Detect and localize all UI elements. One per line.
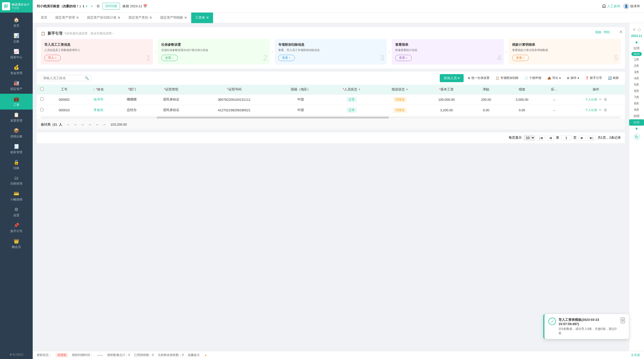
sidebar-item-close[interactable]: 🔒 结账 [0, 157, 33, 173]
tab-depreciation-close[interactable]: ✕ [117, 16, 120, 20]
tax-report-btn[interactable]: 📄 个税申报 [522, 75, 543, 81]
tab-detail[interactable]: 固定资产明细账 ✕ [156, 13, 191, 23]
row1-edit-icon[interactable]: ✏ [599, 97, 602, 101]
sidebar-item-fixed-asset[interactable]: 🏭 固定资产 [0, 78, 33, 94]
row1-delete-icon[interactable]: 🗑 [604, 97, 607, 101]
sort-name-icon[interactable]: ↕ [93, 87, 95, 91]
select-all-checkbox[interactable] [40, 87, 44, 91]
social-insurance-btn[interactable]: ⚙ 统一社保设置 [466, 75, 492, 81]
toast-close-btn[interactable]: ✕ [621, 318, 625, 323]
tab-payroll-close[interactable]: ✕ [206, 16, 209, 20]
sidebar-item-tax[interactable]: 🧾 税务管理 [0, 141, 33, 157]
cal-month-10[interactable]: 10月 [629, 113, 644, 119]
next-page-btn[interactable]: ▶ [579, 135, 586, 141]
row2-edit-icon[interactable]: ✏ [599, 108, 602, 112]
last-page-btn[interactable]: ▶| [588, 135, 595, 141]
refresh-btn[interactable]: 🔄 刷新 [606, 75, 621, 81]
cal-month-11[interactable]: 11月 [629, 119, 644, 126]
page-input[interactable] [561, 135, 571, 140]
tab-detail-close[interactable]: ✕ [184, 16, 187, 20]
panel-expand-btn[interactable]: ⬡ [637, 27, 641, 32]
report-filter-icon[interactable]: ▼ [406, 88, 408, 91]
cal-month-3[interactable]: 3月 [629, 69, 644, 75]
sidebar-item-home[interactable]: 🏠 首页 [0, 15, 33, 30]
sidebar-item-settings[interactable]: ⚙ 设置 [0, 204, 33, 220]
add-account-icon[interactable]: ＋ [90, 4, 94, 9]
go-auth-btn[interactable]: 去充值 [631, 353, 640, 357]
sidebar-item-capital[interactable]: 💰 资金管理 [0, 62, 33, 78]
cal-month-2[interactable]: 2月 [629, 63, 644, 69]
sidebar-item-payroll[interactable]: 💼 工资 [0, 94, 33, 110]
onboarding-step-2-btn[interactable]: 设置＞ [161, 55, 178, 61]
tab-fixed-asset-close[interactable]: ✕ [76, 16, 79, 20]
onboarding-step-1-btn[interactable]: 导入＞ [44, 55, 61, 61]
payroll-icon: 💼 [14, 96, 19, 102]
tab-fixed-asset[interactable]: 固定资产管理 ✕ [51, 13, 83, 23]
onboarding-help-btn[interactable]: 帮助 [604, 30, 610, 34]
toast-title: 导入工资表模板(2023-03-23 15:07:59.897) [558, 318, 618, 326]
tab-category-close[interactable]: ✕ [149, 16, 152, 20]
tab-home[interactable]: 首页 [37, 13, 51, 23]
cal-month-8[interactable]: 8月 [629, 100, 644, 107]
sidebar-item-ledger[interactable]: 📊 总账 [0, 30, 33, 46]
pin-toggle[interactable]: ◀ 取消固定 [0, 350, 33, 359]
sidebar-item-archive[interactable]: 🗂 归档管理 [0, 173, 33, 188]
operation-btn[interactable]: ⚙ 操作 ▾ [565, 75, 581, 81]
scrollbar-thumb[interactable] [157, 117, 389, 119]
table-header-checkbox[interactable] [37, 85, 47, 94]
panel-close-btn[interactable]: ✕ [632, 27, 636, 32]
add-person-btn[interactable]: 添加人员 ▾ [440, 74, 464, 82]
prev-page-btn[interactable]: ◀ [547, 135, 554, 141]
special-deduction-btn[interactable]: 📋 专项附加扣除 [494, 75, 520, 81]
table-scrollbar[interactable] [41, 117, 621, 119]
row2-action-label[interactable]: 个人社保 [585, 108, 597, 112]
onboarding-step-4-btn[interactable]: 查看＞ [395, 55, 412, 61]
user-info[interactable]: 👤 徐泽华 [623, 3, 640, 9]
first-page-btn[interactable]: |◀ [537, 135, 545, 141]
consultant-btn[interactable]: 🎧 人工咨询 [602, 4, 620, 9]
row1-checkbox-cell[interactable] [37, 94, 47, 105]
cal-month-4[interactable]: 4月 [629, 75, 644, 82]
sidebar-item-guide[interactable]: 📌 新手引导 [0, 220, 33, 236]
tab-category[interactable]: 固定资产类别 ✕ [125, 13, 156, 23]
status-filter-icon[interactable]: ▼ [358, 88, 361, 91]
onboarding-close-btn[interactable]: ✕ [619, 29, 623, 35]
cal-month-1[interactable]: 1月 [629, 57, 644, 63]
row2-checkbox-cell[interactable] [37, 105, 47, 115]
row2-delete-icon[interactable]: 🗑 [604, 108, 607, 112]
new-guide-btn[interactable]: ❓ 新手引导 [583, 75, 604, 81]
export-btn[interactable]: 📤 导出 ▾ [545, 75, 563, 81]
cal-month-6[interactable]: 6月 [629, 88, 644, 94]
calendar-icon[interactable]: 📅 [143, 4, 147, 8]
sidebar-item-invoice[interactable]: 📋 发票管理 [0, 110, 33, 125]
per-page-select[interactable]: 10 20 50 [524, 135, 535, 141]
close-account-icon: 🔒 [14, 160, 19, 165]
search-input[interactable] [43, 76, 83, 80]
calendar-nav-down[interactable]: ▼ [634, 126, 640, 132]
calendar-action-btn[interactable]: ↻ [633, 133, 640, 141]
invoice-icon: 📋 [14, 112, 19, 118]
onboarding-video-btn[interactable]: 视频 [595, 30, 601, 34]
account-dropdown-icon[interactable]: ▾ [86, 5, 87, 8]
row2-checkbox[interactable] [40, 108, 44, 111]
sidebar-item-expense[interactable]: 💳 小畅报销 [0, 188, 33, 204]
sidebar-item-stock[interactable]: 📦 进销台账 [0, 125, 33, 141]
sidebar-item-member[interactable]: 👑 畅会员 [0, 236, 33, 252]
row1-action-label[interactable]: 个人社保 [585, 98, 597, 101]
cal-month-5[interactable]: 5月 [629, 82, 644, 88]
cal-month-12[interactable]: 12月 [629, 45, 644, 52]
calendar-nav-up[interactable]: ▲ [634, 39, 640, 45]
calendar-year[interactable]: 2023.11 [630, 33, 643, 39]
row2-name[interactable]: 李俊杰 [82, 105, 115, 115]
settings-gear-icon[interactable]: ⚙ [96, 4, 100, 9]
onboarding-step-5-btn[interactable]: 查看＞ [512, 55, 529, 61]
sidebar-item-report[interactable]: 📈 报表中心 [0, 46, 33, 62]
row1-checkbox[interactable] [40, 97, 44, 101]
cal-month-7[interactable]: 7月 [629, 94, 644, 100]
tab-payroll[interactable]: 工资表 ✕ [191, 13, 213, 23]
switch-version-btn[interactable]: 切到旧版 [102, 3, 120, 10]
cal-month-9[interactable]: 9月 [629, 107, 644, 113]
tab-depreciation[interactable]: 固定资产折旧统计表 ✕ [83, 13, 125, 23]
onboarding-step-3-btn[interactable]: 查看＞ [278, 55, 295, 61]
row1-name[interactable]: 徐泽华 [82, 94, 115, 105]
